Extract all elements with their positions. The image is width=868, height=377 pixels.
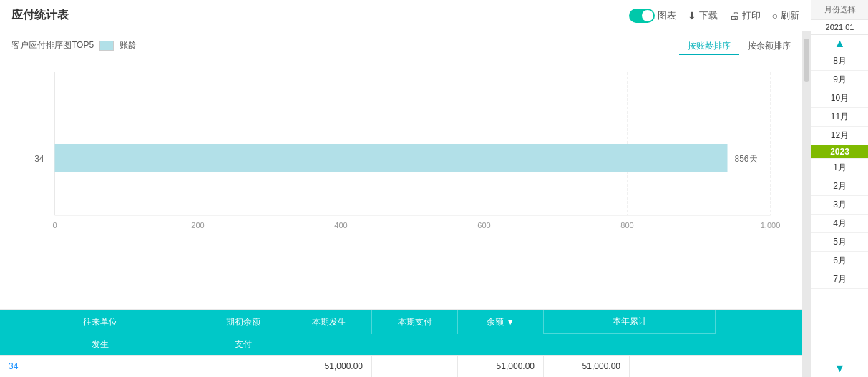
sidebar-month-list: 8月9月10月11月12月20231月2月3月4月5月6月7月 xyxy=(811,52,868,360)
sidebar-month-item[interactable]: 3月 xyxy=(811,196,868,215)
svg-text:34: 34 xyxy=(34,154,44,164)
toggle-switch[interactable] xyxy=(629,9,655,23)
chart-toggle-label: 图表 xyxy=(658,9,676,22)
sidebar-month-item[interactable]: 9月 xyxy=(811,71,868,89)
sidebar-scroll-down-button[interactable]: ▼ xyxy=(811,360,868,377)
sidebar-scroll-up-button[interactable]: ▲ xyxy=(811,35,868,52)
td-opening xyxy=(200,356,286,377)
th-ytd-pay: 支付 xyxy=(200,334,286,355)
svg-text:856天: 856天 xyxy=(735,154,758,164)
sidebar-month-item[interactable]: 12月 xyxy=(811,127,868,145)
sidebar-month-item[interactable]: 1月 xyxy=(811,159,868,177)
th-ytd-group: 本年累计 xyxy=(544,310,716,334)
sidebar-month-item[interactable]: 8月 xyxy=(811,52,868,71)
page-title: 应付统计表 xyxy=(11,8,69,23)
sidebar-month-item[interactable]: 10月 xyxy=(811,89,868,108)
chart-svg: 34 856天 0 200 400 600 800 1,000 xyxy=(11,58,799,244)
legend-color-box xyxy=(99,41,114,51)
td-ytd-pay xyxy=(630,356,716,377)
table-section: 往来单位 期初余额 本期发生 本期支付 余额 ▼ 本年累计 发生 支付 34 5… xyxy=(0,309,811,377)
legend-label: 账龄 xyxy=(120,39,137,52)
print-icon: 🖨 xyxy=(729,10,739,21)
refresh-icon: ○ xyxy=(772,10,778,21)
page-header: 应付统计表 图表 ⬇ 下载 🖨 打印 ○ 刷新 xyxy=(0,0,811,31)
sidebar-header: 月份选择 xyxy=(811,0,868,20)
refresh-label: 刷新 xyxy=(781,9,799,22)
right-sidebar: 月份选择 2021.01 ▲ 8月9月10月11月12月20231月2月3月4月… xyxy=(811,0,868,377)
td-unit[interactable]: 34 xyxy=(0,356,200,377)
td-current-occ: 51,000.00 xyxy=(286,356,372,377)
sidebar-month-item[interactable]: 2月 xyxy=(811,177,868,196)
th-current-occ: 本期发生 xyxy=(286,310,372,334)
th-ytd-occ: 发生 xyxy=(0,334,200,355)
chart-toggle[interactable]: 图表 xyxy=(629,9,676,23)
sidebar-month-item[interactable]: 11月 xyxy=(811,108,868,127)
td-ytd-occ: 51,000.00 xyxy=(544,356,630,377)
chart-section: 客户应付排序图TOP5 账龄 按账龄排序 按余额排序 xyxy=(0,31,811,309)
svg-text:1,000: 1,000 xyxy=(761,221,781,230)
toggle-knob xyxy=(642,10,653,21)
chart-area: 34 856天 0 200 400 600 800 1,000 xyxy=(11,58,799,244)
download-icon: ⬇ xyxy=(688,10,696,21)
chart-legend: 客户应付排序图TOP5 账龄 xyxy=(11,39,137,52)
svg-rect-8 xyxy=(55,144,728,172)
sidebar-month-item[interactable]: 7月 xyxy=(811,270,868,289)
header-actions: 图表 ⬇ 下载 🖨 打印 ○ 刷新 xyxy=(629,9,799,23)
sort-controls: 按账龄排序 按余额排序 xyxy=(679,39,799,55)
svg-text:400: 400 xyxy=(334,221,347,230)
th-opening: 期初余额 xyxy=(200,310,286,334)
sort-by-age-button[interactable]: 按账龄排序 xyxy=(679,39,739,55)
sidebar-month-item[interactable]: 2023 xyxy=(811,145,868,159)
svg-text:800: 800 xyxy=(620,221,633,230)
sidebar-month-item[interactable]: 5月 xyxy=(811,233,868,252)
th-current-pay: 本期支付 xyxy=(372,310,458,334)
svg-text:600: 600 xyxy=(477,221,490,230)
th-unit: 往来单位 xyxy=(0,310,200,334)
sort-by-balance-button[interactable]: 按余额排序 xyxy=(739,39,799,55)
print-label: 打印 xyxy=(742,9,761,22)
td-current-pay xyxy=(372,356,458,377)
table-data-row: 34 51,000.00 51,000.00 51,000.00 xyxy=(0,355,811,377)
chart-title: 客户应付排序图TOP5 xyxy=(11,39,94,52)
sidebar-month-item[interactable]: 6月 xyxy=(811,252,868,270)
table-header-row1: 往来单位 期初余额 本期发生 本期支付 余额 ▼ 本年累计 xyxy=(0,310,811,334)
sidebar-month-item[interactable]: 4月 xyxy=(811,215,868,233)
refresh-button[interactable]: ○ 刷新 xyxy=(772,9,799,22)
svg-text:200: 200 xyxy=(191,221,204,230)
sidebar-current-month[interactable]: 2021.01 xyxy=(811,20,868,35)
th-balance: 余额 ▼ xyxy=(458,310,544,334)
download-label: 下载 xyxy=(699,9,718,22)
chart-top-bar: 客户应付排序图TOP5 账龄 按账龄排序 按余额排序 xyxy=(11,39,799,58)
table-header-row2: 发生 支付 xyxy=(0,334,811,355)
svg-text:0: 0 xyxy=(52,221,57,230)
download-button[interactable]: ⬇ 下载 xyxy=(688,9,718,22)
td-balance: 51,000.00 xyxy=(458,356,544,377)
print-button[interactable]: 🖨 打印 xyxy=(729,9,761,22)
